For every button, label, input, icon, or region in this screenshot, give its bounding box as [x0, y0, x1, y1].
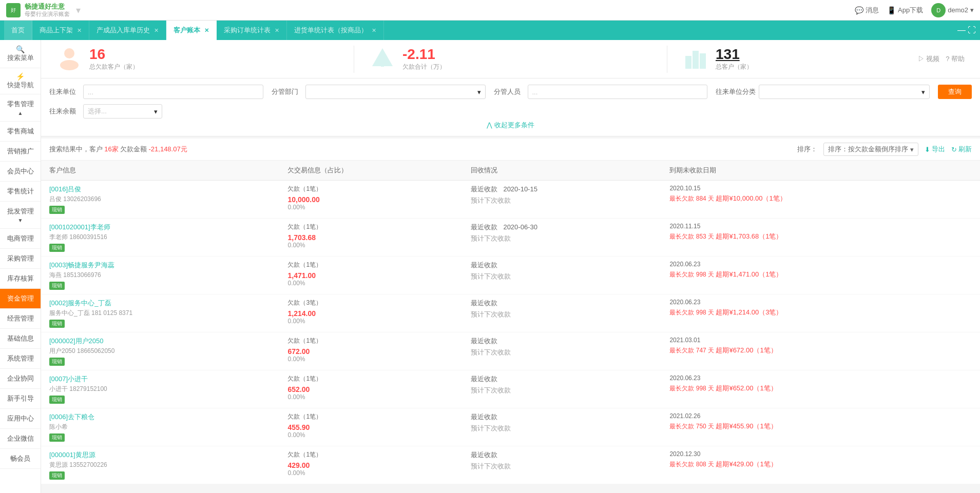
cell-customer-2: [0003]畅捷服务尹海蕊 海燕 18513066976 现销 — [41, 257, 279, 294]
overdue-amount-link[interactable]: 超期¥1,214.00（3笔） — [716, 308, 782, 316]
customer-filter-input[interactable]: ... — [83, 85, 263, 99]
customer-name-link[interactable]: [000002]用户2050 — [49, 337, 271, 346]
next-collection: 预计下次收款 — [471, 348, 653, 357]
tab-customer-account[interactable]: 客户账本 ✕ — [166, 21, 217, 40]
next-collection: 预计下次收款 — [471, 272, 653, 281]
debt-amount[interactable]: 1,214.00 — [287, 309, 454, 318]
next-collection: 预计下次收款 — [471, 196, 653, 205]
debt-amount[interactable]: 1,471.00 — [287, 271, 454, 280]
tab-close-icon[interactable]: ✕ — [372, 27, 376, 34]
sidebar-item-ecommerce[interactable]: 电商管理 — [0, 229, 41, 249]
total-customers-value: 131 — [716, 47, 753, 62]
message-btn[interactable]: 💬 消息 — [855, 6, 879, 15]
sidebar-item-finance[interactable]: 资金管理 — [0, 289, 41, 309]
help-btn[interactable]: ? 帮助 — [946, 54, 965, 64]
tab-production-history[interactable]: 产成品入库单历史 ✕ — [89, 21, 166, 40]
sidebar-item-guide[interactable]: 新手引导 — [0, 389, 41, 409]
content-area: 16 总欠款客户（家） -2.11 欠款合计（万） — [41, 40, 980, 493]
customer-name-link[interactable]: [000001]黄思源 — [49, 450, 271, 460]
export-btn[interactable]: ⬇ 导出 — [925, 145, 945, 154]
balance-filter-input[interactable]: 选择... ▾ — [83, 104, 162, 119]
overdue-amount-link[interactable]: 超期¥429.00（1笔） — [716, 460, 777, 468]
tab-minus-icon[interactable]: — — [957, 26, 966, 35]
sidebar-item-wholesale-management[interactable]: 批发管理 ▼ — [0, 202, 41, 229]
stat-card-total-customers: 131 总客户（家） ▷ 视频 ? 帮助 — [667, 46, 980, 73]
brand-dropdown-icon[interactable]: ▾ — [76, 5, 81, 16]
overdue-amount-link[interactable]: 超期¥672.00（1笔） — [716, 346, 777, 354]
tab-close-icon[interactable]: ✕ — [275, 27, 279, 34]
category-filter-input[interactable]: ▾ — [759, 85, 930, 99]
tab-close-icon[interactable]: ✕ — [154, 27, 159, 34]
debt-amount[interactable]: 1,703.68 — [287, 233, 454, 242]
sidebar-item-collaboration[interactable]: 企业协同 — [0, 369, 41, 389]
table-row: [000001]黄思源 黄思源 13552700226 现销 欠款（1笔） 42… — [41, 446, 980, 484]
overdue-info: 最长欠款 808 天 超期¥429.00（1笔） — [669, 460, 972, 469]
debt-customers-value: 16 — [89, 47, 139, 62]
refresh-btn[interactable]: ↻ 刷新 — [951, 145, 972, 154]
overdue-amount-link[interactable]: 超期¥652.00（1笔） — [716, 384, 777, 392]
debt-amount[interactable]: 429.00 — [287, 461, 454, 469]
brand-logo-icon: 好 — [6, 3, 21, 17]
tab-product-listing[interactable]: 商品上下架 ✕ — [32, 21, 89, 40]
customer-contact: 黄思源 13552700226 — [49, 461, 271, 469]
customer-name-link[interactable]: [0001020001]李老师 — [49, 223, 271, 232]
overdue-info: 最长欠款 998 天 超期¥1,471.00（1笔） — [669, 270, 972, 279]
wholesale-mgmt-label: 批发管理 — [7, 207, 34, 216]
tab-close-icon[interactable]: ✕ — [77, 27, 82, 34]
sidebar-item-retail-mall[interactable]: 零售商城 — [0, 122, 41, 142]
overdue-amount-link[interactable]: 超期¥455.90（1笔） — [716, 422, 777, 430]
video-btn[interactable]: ▷ 视频 — [918, 54, 940, 64]
sidebar-item-purchase[interactable]: 采购管理 — [0, 249, 41, 269]
tab-purchase-stats[interactable]: 采购订单统计表 ✕ — [217, 21, 287, 40]
sidebar-item-member[interactable]: 畅会员 — [0, 449, 41, 469]
debt-amount[interactable]: 652.00 — [287, 385, 454, 393]
sort-select[interactable]: 排序：按欠款金额倒序排序 ▾ — [823, 143, 918, 156]
app-download-btn[interactable]: 📱 App下载 — [887, 6, 923, 15]
debt-amount[interactable]: 672.00 — [287, 347, 454, 356]
member-center-label: 会员中心 — [7, 167, 34, 176]
user-menu[interactable]: D demo2 ▾ — [931, 3, 974, 17]
tab-incoming-stats[interactable]: 进货单统计表（按商品） ✕ — [287, 21, 384, 40]
sidebar-item-app-center[interactable]: 应用中心 — [0, 409, 41, 429]
cell-collection-5: 最近收款 预计下次收款 — [463, 370, 661, 408]
sidebar-item-basic-info[interactable]: 基础信息 — [0, 329, 41, 349]
debt-amount[interactable]: 455.90 — [287, 423, 454, 431]
sidebar-item-retail-stats[interactable]: 零售统计 — [0, 182, 41, 202]
sidebar-item-system[interactable]: 系统管理 — [0, 349, 41, 369]
cell-debt-4: 欠款（1笔） 672.00 0.00% — [279, 332, 463, 370]
overdue-amount-link[interactable]: 超期¥10,000.00（1笔） — [716, 194, 786, 202]
debt-amount[interactable]: 10,000.00 — [287, 195, 454, 204]
sidebar-item-inventory[interactable]: 库存核算 — [0, 269, 41, 289]
cell-customer-1: [0001020001]李老师 李老师 18600391516 现销 — [41, 219, 279, 257]
overdue-amount-link[interactable]: 超期¥1,703.68（1笔） — [716, 232, 782, 240]
sidebar-search-menu[interactable]: 🔍 搜索菜单 — [0, 40, 41, 68]
debt-count: 欠款（1笔） — [287, 450, 454, 459]
customer-tag: 现销 — [49, 433, 65, 442]
sidebar-item-member-center[interactable]: 会员中心 — [0, 162, 41, 182]
customer-name-link[interactable]: [0002]服务中心_丁磊 — [49, 299, 271, 308]
sidebar-item-retail-management[interactable]: 零售管理 ▲ — [0, 94, 41, 122]
retail-mgmt-label: 零售管理 — [7, 100, 34, 109]
tab-close-icon[interactable]: ✕ — [204, 27, 209, 34]
total-customers-icon — [683, 46, 708, 73]
tab-expand-icon[interactable]: ⛶ — [968, 26, 976, 35]
customer-name-link[interactable]: [0007]小进干 — [49, 374, 271, 384]
sidebar-quick-nav[interactable]: ⚡ 快捷导航 — [0, 68, 41, 94]
tab-home-label: 首页 — [11, 26, 25, 35]
overdue-amount-link[interactable]: 超期¥1,471.00（1笔） — [716, 270, 782, 278]
person-filter-input[interactable]: ... — [528, 85, 708, 99]
tab-home[interactable]: 首页 — [4, 21, 32, 40]
sidebar-item-marketing[interactable]: 营销推广 — [0, 142, 41, 162]
sidebar-item-enterprise-wechat[interactable]: 企业微信 — [0, 429, 41, 449]
customer-name-link[interactable]: [0006]去下粮仓 — [49, 412, 271, 422]
tab-actions: — ⛶ — [957, 26, 980, 35]
collapse-filters-btn[interactable]: ⋀ 收起更多条件 — [49, 119, 972, 132]
query-button[interactable]: 查询 — [938, 85, 972, 99]
cell-debt-5: 欠款（1笔） 652.00 0.00% — [279, 370, 463, 408]
customer-name-link[interactable]: [0016]吕俊 — [49, 185, 271, 194]
customer-name-link[interactable]: [0003]畅捷服务尹海蕊 — [49, 261, 271, 270]
sidebar-item-operations[interactable]: 经营管理 — [0, 309, 41, 329]
cell-overdue-0: 2020.10.15 最长欠款 884 天 超期¥10,000.00（1笔） — [661, 181, 980, 219]
dept-filter-input[interactable]: ▾ — [305, 85, 486, 99]
balance-filter-placeholder: 选择... — [88, 107, 107, 116]
